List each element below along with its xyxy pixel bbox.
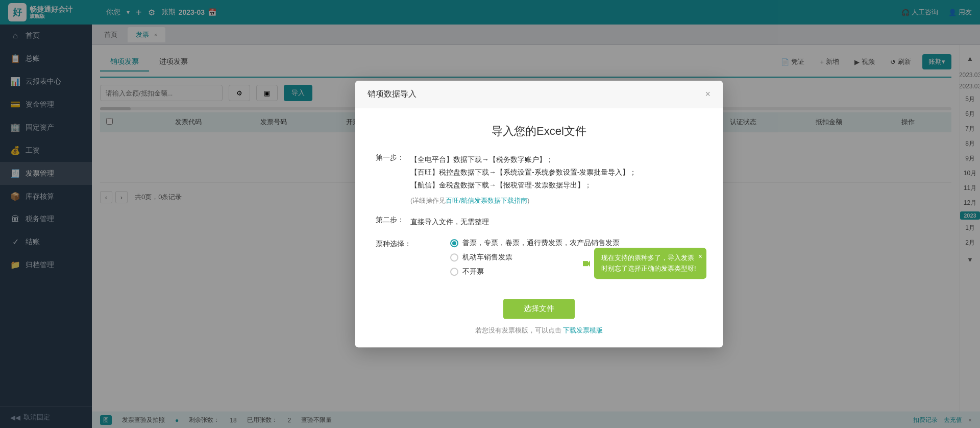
download-template-link[interactable]: 下载发票模版 bbox=[563, 326, 603, 334]
tooltip-container: × 现在支持的票种多了，导入发票时别忘了选择正确的发票类型呀! bbox=[583, 248, 706, 279]
radio-motor[interactable]: 机动车销售发票 × 现在支持的票种多了，导入发票时别忘了选择正确的发票类型呀! bbox=[450, 253, 620, 262]
radio-normal-indicator bbox=[450, 239, 458, 247]
download-guide-link[interactable]: 百旺/航信发票数据下载指南 bbox=[446, 197, 527, 204]
modal-footer: 选择文件 若您没有发票模版，可以点击 下载发票模版 bbox=[355, 299, 723, 347]
step2-content: 直接导入文件，无需整理 bbox=[410, 216, 489, 228]
step2-label: 第二步： bbox=[376, 216, 406, 225]
step1-row: 第一步： 【全电平台】数据下载→【税务数字账户】； 【百旺】税控盘数据下载→【系… bbox=[376, 153, 702, 192]
step1-line2: 【百旺】税控盘数据下载→【系统设置-系统参数设置-发票批量导入】； bbox=[410, 166, 636, 179]
radio-motor-label: 机动车销售发票 bbox=[462, 253, 512, 262]
radio-motor-indicator bbox=[450, 253, 458, 261]
modal-main-title: 导入您的Excel文件 bbox=[376, 124, 702, 139]
select-file-button[interactable]: 选择文件 bbox=[503, 299, 575, 319]
modal-title: 销项数据导入 bbox=[368, 89, 416, 100]
radio-normal-label: 普票，专票，卷票，通行费发票，农产品销售发票 bbox=[462, 239, 620, 248]
radio-group: 普票，专票，卷票，通行费发票，农产品销售发票 机动车销售发票 × 现在支持的票种… bbox=[450, 239, 620, 276]
ticket-section: 票种选择： 普票，专票，卷票，通行费发票，农产品销售发票 机动车销售发票 bbox=[376, 239, 702, 276]
modal-close-button[interactable]: × bbox=[705, 89, 710, 100]
step1-note: (详细操作见百旺/航信发票数据下载指南) bbox=[410, 196, 702, 205]
tooltip-close-icon[interactable]: × bbox=[698, 251, 702, 262]
tooltip-bubble: × 现在支持的票种多了，导入发票时别忘了选择正确的发票类型呀! bbox=[594, 248, 706, 279]
step2-section: 第二步： 直接导入文件，无需整理 bbox=[376, 216, 702, 228]
step2-row: 第二步： 直接导入文件，无需整理 bbox=[376, 216, 702, 228]
modal-note: 若您没有发票模版，可以点击 下载发票模版 bbox=[376, 326, 702, 335]
step1-line1: 【全电平台】数据下载→【税务数字账户】； bbox=[410, 153, 636, 166]
tooltip-text: 现在支持的票种多了，导入发票时别忘了选择正确的发票类型呀! bbox=[601, 254, 696, 272]
step1-line3: 【航信】金税盘数据下载→【报税管理-发票数据导出】； bbox=[410, 179, 636, 192]
radio-none-label: 不开票 bbox=[462, 267, 484, 276]
step1-section: 第一步： 【全电平台】数据下载→【税务数字账户】； 【百旺】税控盘数据下载→【系… bbox=[376, 153, 702, 205]
modal-header: 销项数据导入 × bbox=[355, 81, 723, 108]
radio-normal[interactable]: 普票，专票，卷票，通行费发票，农产品销售发票 bbox=[450, 239, 620, 248]
radio-none-indicator bbox=[450, 268, 458, 276]
modal-body: 导入您的Excel文件 第一步： 【全电平台】数据下载→【税务数字账户】； 【百… bbox=[355, 108, 723, 299]
import-modal: 销项数据导入 × 导入您的Excel文件 第一步： 【全电平台】数据下载→【税务… bbox=[355, 81, 723, 347]
ticket-label: 票种选择： bbox=[376, 239, 411, 249]
step1-content: 【全电平台】数据下载→【税务数字账户】； 【百旺】税控盘数据下载→【系统设置-系… bbox=[410, 153, 636, 192]
step1-label: 第一步： bbox=[376, 153, 406, 162]
